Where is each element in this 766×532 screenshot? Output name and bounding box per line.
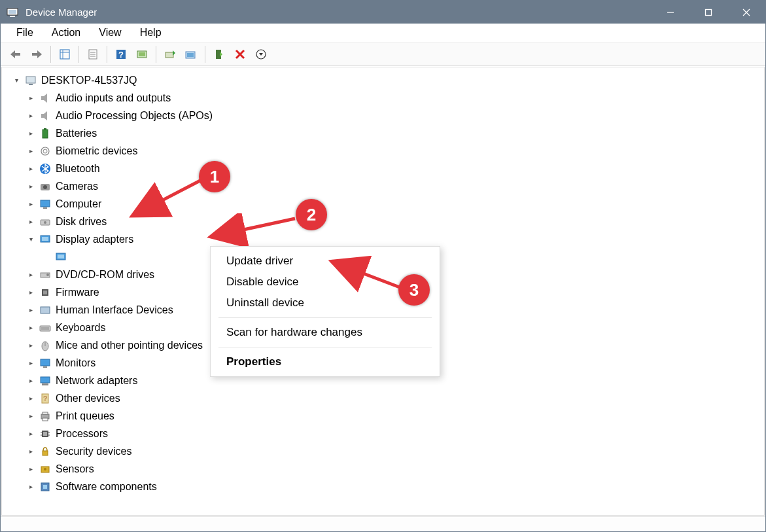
show-hidden-button[interactable] bbox=[55, 44, 75, 64]
chevron-right-icon[interactable]: ▸ bbox=[26, 464, 36, 474]
maximize-button[interactable] bbox=[689, 1, 727, 24]
ctx-update-driver[interactable]: Update driver bbox=[211, 251, 440, 272]
tree-label: Display adapters bbox=[56, 234, 133, 245]
forward-button[interactable] bbox=[27, 44, 46, 64]
chevron-right-icon[interactable]: ▸ bbox=[26, 164, 36, 174]
tree-item-apo[interactable]: ▸Audio Processing Objects (APOs) bbox=[2, 107, 764, 124]
tree-item-sensors[interactable]: ▸Sensors bbox=[2, 460, 764, 478]
toolbar-separator bbox=[156, 46, 156, 63]
svg-rect-55 bbox=[43, 366, 47, 368]
chevron-right-icon[interactable]: ▸ bbox=[26, 446, 36, 457]
update-driver-button[interactable] bbox=[160, 44, 180, 64]
svg-rect-29 bbox=[43, 130, 48, 138]
toolbar-separator bbox=[107, 46, 107, 63]
tree-item-security[interactable]: ▸Security devices bbox=[2, 442, 764, 460]
chevron-right-icon[interactable]: ▸ bbox=[26, 128, 36, 139]
svg-rect-36 bbox=[41, 200, 50, 207]
svg-point-45 bbox=[46, 274, 49, 276]
menu-file[interactable]: File bbox=[7, 24, 43, 41]
menu-view[interactable]: View bbox=[90, 24, 130, 41]
chevron-right-icon[interactable]: ▸ bbox=[26, 411, 36, 421]
tree-item-software[interactable]: ▸Software components bbox=[2, 478, 764, 495]
chevron-right-icon[interactable]: ▸ bbox=[26, 305, 36, 315]
network-icon bbox=[39, 374, 52, 387]
svg-rect-48 bbox=[41, 307, 50, 313]
battery-icon bbox=[39, 127, 52, 140]
tree-item-disk-drives[interactable]: ▸Disk drives bbox=[2, 213, 764, 230]
monitor-icon bbox=[39, 357, 52, 370]
disable-button[interactable] bbox=[230, 44, 250, 64]
tree-label: Processors bbox=[56, 428, 108, 440]
svg-rect-69 bbox=[43, 451, 48, 455]
back-button[interactable] bbox=[6, 44, 26, 64]
help-button[interactable]: ? bbox=[111, 44, 131, 64]
scan-button[interactable] bbox=[132, 44, 152, 64]
display-adapter-icon bbox=[39, 233, 52, 246]
tree-item-biometric[interactable]: ▸Biometric devices bbox=[2, 142, 764, 160]
tree-label: Computer bbox=[56, 198, 101, 210]
chip-icon bbox=[39, 286, 52, 299]
tree-item-computer[interactable]: ▸Computer bbox=[2, 195, 764, 213]
chevron-right-icon[interactable]: ▸ bbox=[26, 93, 36, 103]
chevron-down-icon[interactable]: ▾ bbox=[26, 234, 36, 245]
svg-rect-64 bbox=[43, 432, 47, 436]
chevron-down-icon[interactable]: ▾ bbox=[11, 75, 22, 86]
annotation-badge-2: 2 bbox=[296, 199, 327, 230]
tree-item-print[interactable]: ▸Print queues bbox=[2, 407, 764, 425]
chevron-right-icon[interactable]: ▸ bbox=[26, 376, 36, 386]
svg-rect-47 bbox=[43, 291, 47, 294]
tree-root[interactable]: ▾ DESKTOP-4L537JQ bbox=[2, 71, 764, 89]
tree-item-batteries[interactable]: ▸Batteries bbox=[2, 124, 764, 142]
chevron-right-icon[interactable]: ▸ bbox=[26, 111, 36, 121]
tree-item-other[interactable]: ▸?Other devices bbox=[2, 389, 764, 407]
chevron-right-icon[interactable]: ▸ bbox=[26, 358, 36, 368]
uninstall-button[interactable] bbox=[181, 44, 201, 64]
tree-label: Batteries bbox=[56, 128, 97, 139]
tree-item-display-adapters[interactable]: ▾Display adapters bbox=[2, 230, 764, 248]
minimize-button[interactable] bbox=[652, 1, 689, 24]
tree-label: Bluetooth bbox=[56, 163, 100, 175]
ctx-properties[interactable]: Properties bbox=[211, 351, 440, 372]
chevron-right-icon[interactable]: ▸ bbox=[26, 429, 36, 439]
svg-rect-41 bbox=[42, 237, 48, 241]
ctx-scan-hardware[interactable]: Scan for hardware changes bbox=[211, 322, 440, 343]
chevron-right-icon[interactable]: ▸ bbox=[26, 340, 36, 351]
security-icon bbox=[39, 445, 52, 458]
dvd-icon bbox=[39, 268, 52, 281]
svg-rect-20 bbox=[165, 52, 173, 58]
properties-button[interactable] bbox=[83, 44, 103, 64]
window-controls bbox=[652, 1, 765, 24]
tree-item-processors[interactable]: ▸Processors bbox=[2, 425, 764, 442]
close-button[interactable] bbox=[727, 1, 765, 24]
chevron-right-icon[interactable]: ▸ bbox=[26, 217, 36, 227]
tree-item-bluetooth[interactable]: ▸Bluetooth bbox=[2, 160, 764, 177]
chevron-right-icon[interactable]: ▸ bbox=[26, 270, 36, 280]
tree-label: Disk drives bbox=[56, 216, 107, 228]
svg-point-71 bbox=[44, 468, 46, 470]
enable-button[interactable] bbox=[209, 44, 229, 64]
tree-item-audio-inputs[interactable]: ▸Audio inputs and outputs bbox=[2, 89, 764, 107]
chevron-right-icon[interactable]: ▸ bbox=[26, 199, 36, 209]
speaker-icon bbox=[39, 92, 52, 105]
device-manager-window: Device Manager File Action View Help ? bbox=[0, 0, 766, 532]
chevron-right-icon[interactable]: ▸ bbox=[26, 287, 36, 298]
chevron-right-icon[interactable]: ▸ bbox=[26, 482, 36, 492]
fingerprint-icon bbox=[39, 145, 52, 158]
hid-icon bbox=[39, 304, 52, 317]
tree-label: Monitors bbox=[56, 357, 96, 369]
menu-action[interactable]: Action bbox=[43, 24, 90, 41]
menu-help[interactable]: Help bbox=[131, 24, 171, 41]
chevron-right-icon[interactable]: ▸ bbox=[26, 323, 36, 333]
svg-rect-2 bbox=[9, 10, 16, 14]
tree-label: Keyboards bbox=[56, 322, 106, 334]
chevron-right-icon[interactable]: ▸ bbox=[26, 393, 36, 404]
down-arrow-button[interactable] bbox=[251, 44, 271, 64]
svg-point-31 bbox=[41, 147, 49, 155]
svg-rect-61 bbox=[43, 412, 48, 414]
tree-item-cameras[interactable]: ▸Cameras bbox=[2, 177, 764, 195]
svg-rect-8 bbox=[32, 53, 38, 56]
ctx-separator bbox=[218, 317, 432, 318]
chevron-right-icon[interactable]: ▸ bbox=[26, 146, 36, 156]
keyboard-icon bbox=[39, 321, 52, 334]
chevron-right-icon[interactable]: ▸ bbox=[26, 181, 36, 192]
